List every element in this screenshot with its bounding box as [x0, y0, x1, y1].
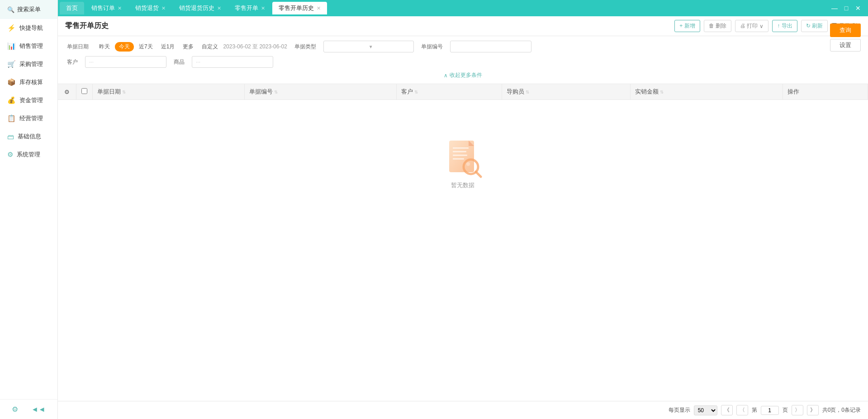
sidebar-item-sales-mgmt[interactable]: 📊 销售管理 [0, 37, 57, 55]
sidebar-item-label: 库存核算 [19, 78, 43, 86]
col-action: 操作 [783, 84, 868, 100]
tab-retail-history-close[interactable]: ✕ [317, 5, 321, 11]
settings-footer-icon[interactable]: ⚙ [12, 405, 18, 414]
date-btn-more[interactable]: 更多 [180, 42, 197, 52]
tab-retail-open[interactable]: 零售开单 ✕ [228, 2, 271, 14]
tab-sales-return-history-close[interactable]: ✕ [217, 5, 221, 11]
customer-input[interactable]: ··· [85, 56, 166, 68]
per-page-select[interactable]: 50 10 20 100 [694, 405, 717, 415]
select-all-checkbox[interactable] [81, 88, 87, 94]
doc-type-select[interactable]: ▼ [323, 41, 414, 52]
filter-area: 单据日期 昨天 今天 近7天 近1月 更多 自定义 2023-06-02 至 2… [58, 36, 868, 84]
svg-rect-1 [453, 147, 469, 149]
print-label: 🖨 打印 [740, 22, 758, 30]
search-icon: 🔍 [7, 6, 14, 13]
tab-sales-return-close[interactable]: ✕ [161, 5, 166, 11]
close-btn[interactable]: ✕ [854, 5, 863, 12]
settings-button[interactable]: 设置 [830, 39, 861, 52]
empty-illustration [440, 136, 485, 181]
total-text: 共0页，0条记录 [822, 406, 861, 414]
date-btn-last-month[interactable]: 近1月 [158, 42, 178, 52]
purchase-mgmt-icon: 🛒 [7, 60, 16, 68]
col-settings[interactable]: ⚙ [58, 84, 76, 100]
date-filter-label: 单据日期 [67, 43, 89, 51]
maximize-btn[interactable]: □ [842, 5, 851, 12]
tab-home-label: 首页 [66, 4, 78, 12]
page-suffix: 页 [783, 406, 788, 414]
sidebar-search[interactable]: 🔍 搜索采单 [0, 0, 57, 19]
goods-label: 商品 [174, 58, 185, 66]
col-customer-sort[interactable]: ⇅ [414, 89, 418, 94]
col-guide-label: 导购员 [507, 88, 524, 96]
empty-text: 暂无数据 [451, 181, 474, 189]
tab-sales-return-history[interactable]: 销货退货历史 ✕ [173, 2, 228, 14]
col-date-label: 单据日期 [97, 88, 121, 96]
col-customer: 客户 ⇅ [397, 84, 502, 100]
date-btn-last7days[interactable]: 近7天 [136, 42, 156, 52]
inventory-icon: 📦 [7, 78, 16, 86]
query-button[interactable]: 查询 [830, 24, 861, 37]
sidebar: 🔍 搜索采单 ⚡ 快捷导航 📊 销售管理 🛒 采购管理 📦 库存核算 💰 资金管… [0, 0, 58, 419]
last-page-btn[interactable]: 》 [807, 405, 819, 415]
page-title: 零售开单历史 [65, 21, 670, 31]
tab-home[interactable]: 首页 [60, 2, 84, 14]
sidebar-item-purchase-mgmt[interactable]: 🛒 采购管理 [0, 55, 57, 73]
col-no-label: 单据编号 [249, 88, 273, 96]
col-no-sort[interactable]: ⇅ [274, 89, 278, 94]
sidebar-item-finance[interactable]: 💰 资金管理 [0, 91, 57, 109]
collapse-sidebar-icon[interactable]: ◄◄ [31, 405, 46, 414]
goods-input[interactable]: ··· [192, 56, 273, 68]
collapse-conditions[interactable]: ∧ 收起更多条件 [67, 71, 859, 79]
date-btn-custom[interactable]: 自定义 [199, 42, 221, 52]
col-date-sort[interactable]: ⇅ [122, 89, 126, 94]
tab-sales-return[interactable]: 销货退货 ✕ [129, 2, 172, 14]
date-range-display: 2023-06-02 至 2023-06-02 [223, 43, 287, 51]
refresh-button[interactable]: ↻ 刷新 [801, 20, 828, 32]
page-number-input[interactable] [761, 406, 779, 415]
pagination: 每页显示 50 10 20 100 《 〈 第 页 〉 》 共0页，0条记录 [58, 401, 868, 419]
col-date: 单据日期 ⇅ [92, 84, 244, 100]
goods-dots: ··· [196, 59, 200, 65]
filter-row-2: 客户 ··· 商品 ··· [67, 56, 859, 68]
tab-sales-order[interactable]: 销售订单 ✕ [85, 2, 128, 14]
doc-no-input[interactable] [450, 41, 531, 52]
table-container: ⚙ 单据日期 ⇅ 单据编号 ⇅ [58, 84, 868, 401]
tab-retail-history[interactable]: 零售开单历史 ✕ [272, 2, 327, 14]
sidebar-item-inventory[interactable]: 📦 库存核算 [0, 73, 57, 91]
next-page-btn[interactable]: 〉 [792, 405, 803, 415]
sidebar-item-quick-nav[interactable]: ⚡ 快捷导航 [0, 19, 57, 37]
sidebar-item-system[interactable]: ⚙ 系统管理 [0, 146, 57, 164]
date-btn-yesterday[interactable]: 昨天 [96, 42, 113, 52]
col-guide: 导购员 ⇅ [502, 84, 630, 100]
delete-button[interactable]: 🗑 删除 [704, 20, 731, 32]
basic-info-icon: 🗃 [7, 133, 14, 141]
col-checkbox[interactable] [76, 84, 92, 100]
date-btn-today[interactable]: 今天 [115, 42, 134, 52]
sidebar-item-operations[interactable]: 📋 经营管理 [0, 109, 57, 127]
add-button[interactable]: + 新增 [674, 20, 700, 32]
collapse-label: 收起更多条件 [450, 71, 482, 79]
tab-retail-open-close[interactable]: ✕ [261, 5, 265, 11]
tab-retail-history-label: 零售开单历史 [279, 4, 314, 12]
print-button[interactable]: 🖨 打印 ∨ [735, 20, 768, 32]
prev-page-btn[interactable]: 〈 [736, 405, 748, 415]
collapse-icon: ∧ [444, 72, 448, 79]
tab-retail-open-label: 零售开单 [235, 4, 258, 12]
col-guide-sort[interactable]: ⇅ [526, 89, 529, 94]
minimize-btn[interactable]: — [830, 5, 839, 12]
col-amount-sort[interactable]: ⇅ [660, 89, 664, 94]
col-amount: 实销金额 ⇅ [631, 84, 783, 100]
sidebar-search-label: 搜索采单 [17, 5, 41, 14]
export-button[interactable]: ↑ 导出 [772, 20, 797, 32]
doc-no-label: 单据编号 [421, 43, 443, 51]
sidebar-item-basic-info[interactable]: 🗃 基础信息 [0, 127, 57, 146]
sidebar-item-label: 资金管理 [19, 96, 43, 104]
sidebar-item-label: 销售管理 [19, 42, 43, 50]
window-controls: — □ ✕ [830, 5, 866, 12]
table-body: 暂无数据 [58, 100, 868, 226]
data-table: ⚙ 单据日期 ⇅ 单据编号 ⇅ [58, 84, 868, 226]
doc-type-chevron: ▼ [369, 44, 410, 49]
sidebar-item-label: 经营管理 [19, 114, 43, 122]
first-page-btn[interactable]: 《 [721, 405, 733, 415]
tab-sales-order-close[interactable]: ✕ [118, 5, 122, 11]
